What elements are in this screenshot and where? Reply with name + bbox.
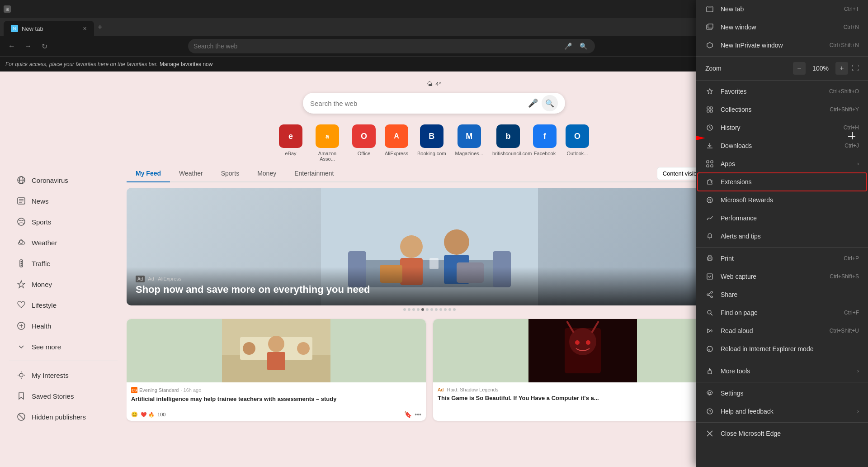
quick-link-outlook[interactable]: O Outlook... [566,124,589,162]
new-window-label: New window [721,24,837,31]
dot-11[interactable] [448,308,451,311]
sidebar-item-see-more[interactable]: See more [9,336,118,357]
svg-point-17 [19,373,23,377]
svg-line-73 [709,295,711,296]
quick-link-booking[interactable]: B Booking.com [417,124,446,162]
svg-point-12 [21,265,22,266]
menu-item-rewards[interactable]: Microsoft Rewards [696,191,868,209]
sidebar-item-coronavirus[interactable]: Coronavirus [9,170,118,191]
quick-link-label-office: Office [358,151,371,156]
search-input[interactable] [310,100,524,107]
sidebar: Coronavirus News Sports [9,165,118,465]
tab-entertainment[interactable]: Entertainment [285,165,343,182]
menu-item-apps[interactable]: Apps › [696,155,868,173]
dot-8[interactable] [435,308,438,311]
sidebar-item-traffic[interactable]: Traffic [9,253,118,274]
menu-item-find[interactable]: Find on page Ctrl+F [696,304,868,322]
small-story-2[interactable]: Ad Raid: Shadow Legends This Game is So … [433,319,732,421]
menu-item-readaloud[interactable]: Read aloud Ctrl+Shift+U [696,322,868,340]
menu-item-performance[interactable]: Performance [696,209,868,227]
zoom-fullscreen-icon[interactable]: ⛶ [852,64,859,72]
dot-7[interactable] [430,308,433,311]
dot-10[interactable] [444,308,447,311]
dot-1[interactable] [403,308,406,311]
menu-item-inprivate[interactable]: New InPrivate window Ctrl+Shift+N [696,36,868,54]
menu-item-favorites[interactable]: Favorites Ctrl+Shift+O [696,82,868,100]
dot-4[interactable] [417,308,420,311]
tab-money[interactable]: Money [248,165,285,182]
print-menu-label: Print [721,255,837,262]
back-button[interactable]: ← [5,40,18,52]
dot-9[interactable] [439,308,442,311]
sidebar-item-hidden[interactable]: Hidden publishers [9,406,118,427]
sidebar-item-weather[interactable]: Weather [9,232,118,253]
forward-button[interactable]: → [22,40,34,52]
dot-2[interactable] [408,308,410,311]
sidebar-item-interests[interactable]: My Interests [9,365,118,386]
address-input[interactable] [193,43,558,50]
mic-icon[interactable]: 🎤 [561,40,574,52]
sidebar-item-health[interactable]: Health [9,315,118,336]
quick-link-office[interactable]: O Office [352,124,376,162]
interests-icon [16,370,26,380]
readaloud-menu-label: Read aloud [721,327,823,334]
search-submit-button[interactable]: 🔍 [542,95,558,111]
quick-link-facebook[interactable]: f Facebook [533,124,557,162]
menu-item-share[interactable]: Share [696,286,868,304]
menu-item-collections[interactable]: Collections Ctrl+Shift+Y [696,100,868,119]
settings-icon [705,389,714,398]
menu-item-ie-mode[interactable]: e Reload in Internet Explorer mode [696,340,868,358]
search-mic-icon[interactable]: 🎤 [528,98,538,108]
sidebar-item-lifestyle[interactable]: Lifestyle [9,295,118,315]
refresh-button[interactable]: ↻ [38,40,51,52]
main-story[interactable]: Ad Ad · AliExpress Shop now and save mor… [127,188,732,305]
sidebar-section-bottom: My Interests Saved Stories Hidden publis… [9,361,118,427]
tab-weather[interactable]: Weather [170,165,212,182]
tab-sports[interactable]: Sports [212,165,248,182]
menu-item-help[interactable]: ? Help and feedback › [696,402,868,420]
menu-item-more-tools[interactable]: More tools › [696,362,868,380]
settings-menu-label: Settings [721,390,859,397]
menu-item-new-tab[interactable]: New tab Ctrl+T [696,0,868,18]
bookmark-icon [16,391,26,401]
more-story-1[interactable]: ••• [415,411,421,418]
small-story-1[interactable]: ES Evening Standard · 16h ago Artificial… [127,319,426,421]
quick-link-amazon[interactable]: a Amazon Asso... [311,124,343,162]
menu-item-close-edge[interactable]: Close Microsoft Edge [696,424,868,443]
menu-item-downloads[interactable]: Downloads Ctrl+J [696,137,868,155]
search-icon[interactable]: 🔍 [577,40,590,52]
menu-item-webcapture[interactable]: Web capture Ctrl+Shift+S [696,267,868,286]
tab-my-feed[interactable]: My Feed [127,165,170,182]
dot-5[interactable] [421,308,424,311]
new-tab-button[interactable]: + [94,21,106,34]
menu-item-settings[interactable]: Settings [696,384,868,402]
menu-divider-4 [696,360,868,360]
menu-item-new-window[interactable]: New window Ctrl+N [696,18,868,36]
quick-link-british[interactable]: b britishcouncil.com [492,124,524,162]
menu-item-extensions[interactable]: Extensions [696,173,868,191]
zoom-decrease-button[interactable]: − [793,62,806,75]
menu-item-print[interactable]: Print Ctrl+P [696,249,868,267]
menu-item-history[interactable]: History Ctrl+H [696,119,868,137]
manage-favorites-link[interactable]: Manage favorites now [160,61,212,67]
dot-12[interactable] [453,308,456,311]
zoom-increase-button[interactable]: + [835,62,848,75]
new-tab-label: New tab [721,5,838,13]
dot-6[interactable] [426,308,429,311]
sidebar-item-saved[interactable]: Saved Stories [9,386,118,406]
dot-3[interactable] [412,308,415,311]
sidebar-item-sports[interactable]: Sports [9,211,118,232]
zoom-control: Zoom − 100% + ⛶ [696,58,868,78]
active-tab[interactable]: N New tab ✕ [4,21,94,36]
quick-link-ebay[interactable]: e eBay [279,124,302,162]
sidebar-item-news[interactable]: News [9,191,118,211]
bookmark-story-1[interactable]: 🔖 [404,411,412,418]
fav-bar-text: For quick access, place your favorites h… [5,61,158,67]
content-toggle-label: Content visible [663,170,701,177]
quick-link-magazines[interactable]: M Magazines... [455,124,483,162]
sidebar-item-money[interactable]: Money [9,274,118,295]
quick-link-ali[interactable]: A AliExpress [385,124,408,162]
tab-close-button[interactable]: ✕ [83,26,87,32]
menu-item-alerts[interactable]: Alerts and tips [696,227,868,245]
close-edge-icon [705,429,714,438]
